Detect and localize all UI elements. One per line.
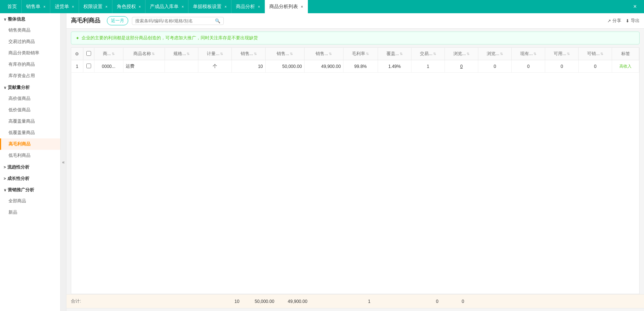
sort-icon[interactable]: ⇅ xyxy=(152,52,155,56)
sidebar-section-贡献量分析[interactable]: ∨贡献量分析 xyxy=(0,82,60,93)
sort-icon[interactable]: ⇅ xyxy=(112,52,115,56)
sort-icon[interactable]: ⇅ xyxy=(433,52,436,56)
col-header-coverage[interactable]: 覆盖...⇅ xyxy=(378,48,411,60)
cell-gross_margin: 99.8% xyxy=(343,60,378,73)
sidebar-item-低价值商品[interactable]: 低价值商品 xyxy=(0,104,60,116)
sidebar-item-高价值商品[interactable]: 高价值商品 xyxy=(0,93,60,104)
col-label: 规格... xyxy=(173,51,186,57)
footer-cell xyxy=(116,299,141,304)
nav-close-icon[interactable]: × xyxy=(224,5,227,9)
sidebar-item-销售类商品[interactable]: 销售类商品 xyxy=(0,25,60,36)
share-button[interactable]: ↗ 分享 xyxy=(607,18,621,24)
export-button[interactable]: ⬇ 导出 xyxy=(626,18,640,24)
col-header-sellable_stock[interactable]: 可销...⇅ xyxy=(579,48,612,60)
nav-item-单据模板设置[interactable]: 单据模板设置× xyxy=(188,0,231,13)
col-header-spec[interactable]: 规格...⇅ xyxy=(165,48,198,60)
cell-spec xyxy=(165,60,198,73)
col-header-gross_margin[interactable]: 毛利率⇅ xyxy=(343,48,378,60)
sort-icon[interactable]: ⇅ xyxy=(220,52,223,56)
sort-icon[interactable]: ⇅ xyxy=(467,52,469,56)
col-header-views2[interactable]: 浏览...⇅ xyxy=(478,48,512,60)
nav-item-产成品入库单[interactable]: 产成品入库单× xyxy=(145,0,188,13)
row-checkbox[interactable] xyxy=(86,64,91,68)
sidebar-item-新品[interactable]: 新品 xyxy=(0,207,60,218)
search-icon[interactable]: 🔍 xyxy=(215,18,220,23)
nav-close-icon[interactable]: × xyxy=(258,5,260,9)
col-label: 覆盖... xyxy=(386,51,399,57)
nav-item-商品分析列表[interactable]: 商品分析列表× xyxy=(265,0,308,13)
search-input[interactable] xyxy=(135,18,213,23)
sidebar-section-label: 贡献量分析 xyxy=(8,84,30,91)
nav-close-icon[interactable]: × xyxy=(43,5,46,9)
sort-icon[interactable]: ⇅ xyxy=(567,52,570,56)
col-header-current_stock[interactable]: 现有...⇅ xyxy=(512,48,545,60)
footer-cell xyxy=(501,299,524,304)
sort-icon[interactable]: ⇅ xyxy=(329,52,332,56)
nav-close-icon[interactable]: × xyxy=(105,5,108,9)
sidebar-item-全部商品[interactable]: 全部商品 xyxy=(0,195,60,207)
footer-cell xyxy=(336,299,358,304)
sidebar-item-商品分类助销率[interactable]: 商品分类助销率 xyxy=(0,47,60,59)
sidebar-item-低覆盖量商品[interactable]: 低覆盖量商品 xyxy=(0,127,60,138)
data-table-container: ⚙商...⇅商品名称⇅规格...⇅计量...⇅销售...⇅销售...⇅销售...… xyxy=(71,47,640,294)
sidebar-item-高毛利商品[interactable]: 高毛利商品 xyxy=(0,138,60,150)
nav-item-首页[interactable]: 首页 xyxy=(3,0,22,13)
col-header-sales_qty[interactable]: 销售...⇅ xyxy=(232,48,265,60)
sidebar-section-成长性分析[interactable]: >成长性分析 xyxy=(0,173,60,184)
cell-sellable_stock: 0 xyxy=(579,60,612,73)
sort-icon[interactable]: ⇅ xyxy=(500,52,503,56)
total-label: 合计: xyxy=(71,298,93,304)
sort-icon[interactable]: ⇅ xyxy=(290,52,293,56)
sidebar-item-交易过的商品[interactable]: 交易过的商品 xyxy=(0,36,60,47)
search-box: 🔍 xyxy=(132,17,224,25)
cell-checkbox[interactable] xyxy=(83,60,94,73)
select-all-checkbox[interactable] xyxy=(86,51,91,56)
sidebar-item-低毛利商品[interactable]: 低毛利商品 xyxy=(0,150,60,161)
col-header-name[interactable]: 商品名称⇅ xyxy=(123,48,165,60)
nav-item-销售单[interactable]: 销售单× xyxy=(22,0,50,13)
sort-icon[interactable]: ⇅ xyxy=(600,52,603,56)
col-header-transaction[interactable]: 交易...⇅ xyxy=(411,48,445,60)
chevron-down-icon: ∨ xyxy=(4,188,6,192)
col-header-views1[interactable]: 浏览...⇅ xyxy=(445,48,478,60)
sidebar-item-有库存的商品[interactable]: 有库存的商品 xyxy=(0,59,60,70)
col-header-unit[interactable]: 计量...⇅ xyxy=(198,48,232,60)
col-header-code[interactable]: 商...⇅ xyxy=(94,48,123,60)
nav-close-icon[interactable]: × xyxy=(139,5,141,9)
col-label: 浏览... xyxy=(453,51,466,57)
cell-sales_profit: 49,900.00 xyxy=(304,60,343,73)
col-header-sales_amount[interactable]: 销售...⇅ xyxy=(265,48,304,60)
nav-item-商品分析[interactable]: 商品分析× xyxy=(231,0,265,13)
col-header-available_stock[interactable]: 可用...⇅ xyxy=(545,48,579,60)
chevron-down-icon: ∨ xyxy=(4,17,6,21)
col-label: 可用... xyxy=(554,51,566,57)
col-header-sales_profit[interactable]: 销售...⇅ xyxy=(304,48,343,60)
sort-icon[interactable]: ⇅ xyxy=(366,52,369,56)
sidebar-collapse-button[interactable]: « xyxy=(61,13,66,311)
col-label: 现有... xyxy=(520,51,533,57)
nav-item-权限设置[interactable]: 权限设置× xyxy=(79,0,112,13)
nav-close-icon[interactable]: × xyxy=(301,5,303,9)
sidebar-item-高覆盖量商品[interactable]: 高覆盖量商品 xyxy=(0,116,60,127)
sidebar-section-流趋性分析[interactable]: >流趋性分析 xyxy=(0,161,60,173)
nav-close-icon[interactable]: × xyxy=(181,5,184,9)
cell-views1[interactable]: 0 xyxy=(445,60,478,73)
sort-icon[interactable]: ⇅ xyxy=(187,52,190,56)
col-label: 销售... xyxy=(316,51,328,57)
sidebar-section-label: 营销推广分析 xyxy=(8,187,34,193)
sort-icon[interactable]: ⇅ xyxy=(254,52,257,56)
sidebar-section-营销推广分析[interactable]: ∨营销推广分析 xyxy=(0,184,60,195)
nav-close-icon[interactable]: × xyxy=(72,5,74,9)
nav-item-进货单[interactable]: 进货单× xyxy=(50,0,79,13)
sort-icon[interactable]: ⇅ xyxy=(400,52,403,56)
nav-item-角色授权[interactable]: 角色授权× xyxy=(112,0,146,13)
sidebar-section-整体信息[interactable]: ∨整体信息 xyxy=(0,13,60,25)
close-all-button[interactable]: × xyxy=(629,3,641,10)
sort-icon[interactable]: ⇅ xyxy=(533,52,536,56)
views-link[interactable]: 0 xyxy=(460,64,463,69)
filter-period-button[interactable]: 近一月 xyxy=(107,16,128,25)
bottom-scrollbar[interactable] xyxy=(66,308,644,311)
export-icon: ⬇ xyxy=(626,18,629,23)
sidebar-item-库存资金占用[interactable]: 库存资金占用 xyxy=(0,70,60,82)
settings-icon[interactable]: ⚙ xyxy=(75,51,79,57)
